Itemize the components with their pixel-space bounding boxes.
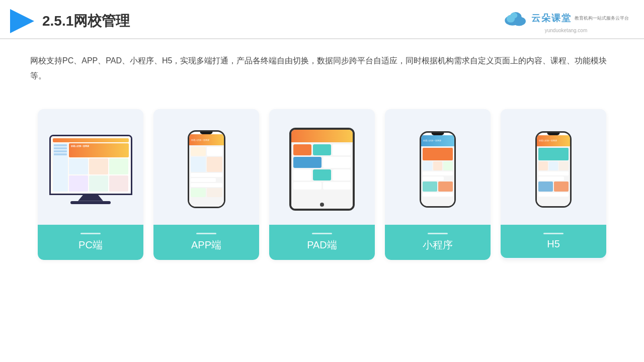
card-pad: PAD端 xyxy=(269,109,375,260)
card-label-h5: H5 xyxy=(501,225,606,258)
phone-mockup-app: 职通人的第一堂网课 xyxy=(188,130,225,208)
card-image-h5: 职通人的第一堂网课 xyxy=(501,109,606,225)
card-label-miniapp: 小程序 xyxy=(385,225,491,260)
card-pc: 职通人的第一堂网课 xyxy=(38,109,143,260)
cards-container: 职通人的第一堂网课 xyxy=(0,94,644,270)
description: 网校支持PC、APP、PAD、小程序、H5，实现多端打通，产品各终端自由切换，数… xyxy=(0,39,644,89)
phone-mockup-h5: 职通人的第一堂网课 xyxy=(535,131,572,208)
logo-text: 云朵课堂 xyxy=(531,12,572,24)
tablet-mockup xyxy=(289,128,355,211)
logo-url: yunduoketang.com xyxy=(545,28,588,33)
phone-mockup-miniapp: 职通人的第一堂网课 xyxy=(420,131,456,208)
cloud-logo-icon xyxy=(503,10,528,27)
card-h5: 职通人的第一堂网课 xyxy=(501,109,606,260)
description-text: 网校支持PC、APP、PAD、小程序、H5，实现多端打通，产品各终端自由切换，数… xyxy=(30,53,614,84)
card-image-pc: 职通人的第一堂网课 xyxy=(38,109,143,225)
page-title: 2.5.1网校管理 xyxy=(42,12,130,31)
card-image-miniapp: 职通人的第一堂网课 xyxy=(385,109,491,225)
header-left: 2.5.1网校管理 xyxy=(10,9,130,33)
card-image-pad xyxy=(269,109,375,225)
svg-marker-0 xyxy=(10,9,34,33)
svg-point-5 xyxy=(511,12,517,18)
card-miniapp: 职通人的第一堂网课 xyxy=(385,109,491,260)
header: 2.5.1网校管理 云朵课堂 教育机构一站式服务云平台 yunduoketang… xyxy=(0,0,644,39)
card-label-pc: PC端 xyxy=(38,225,143,260)
logo-cloud: 云朵课堂 教育机构一站式服务云平台 xyxy=(503,10,629,27)
logo-tagline: 教育机构一站式服务云平台 xyxy=(575,16,629,22)
play-icon xyxy=(10,9,34,33)
card-label-app: APP端 xyxy=(153,225,259,260)
card-label-pad: PAD端 xyxy=(269,225,375,260)
card-app: 职通人的第一堂网课 xyxy=(153,109,259,260)
card-image-app: 职通人的第一堂网课 xyxy=(153,109,259,225)
pc-mockup: 职通人的第一堂网课 xyxy=(49,135,132,204)
logo-area: 云朵课堂 教育机构一站式服务云平台 yunduoketang.com xyxy=(503,10,629,33)
